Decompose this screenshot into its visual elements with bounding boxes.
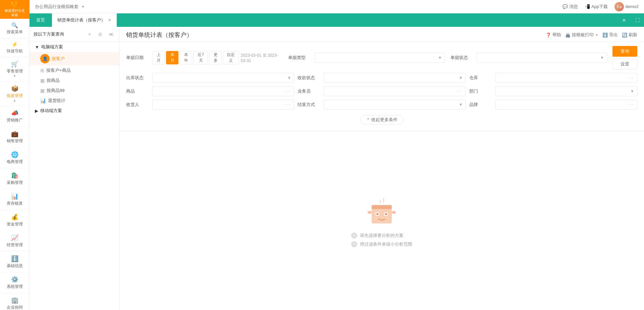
- goods-cell: 商品 ···: [126, 86, 294, 96]
- sidebar-item-operation[interactable]: 📈 经营管理: [0, 231, 29, 252]
- main-area: 办公用品行业模拟账套 ▼ 💬 消息 📲 App下载 Ea demo2 首页: [30, 0, 644, 310]
- tree-item-refund-label: 退货统计: [48, 98, 65, 104]
- tree-section-mobile[interactable]: ▶ 移动端方案: [30, 106, 119, 116]
- settlement-select[interactable]: ▼: [324, 100, 466, 110]
- quick-nav[interactable]: ⚡ 快捷导航: [0, 39, 29, 57]
- tree-item-by-goods[interactable]: ▦ 按商品: [30, 75, 119, 86]
- sidebar-item-wholesale[interactable]: 📦 批发管理 ▲: [0, 82, 29, 106]
- out-status-select[interactable]: ▼: [152, 73, 294, 83]
- date-btn-last-month[interactable]: 上月: [152, 51, 165, 64]
- brand-select[interactable]: ···: [495, 100, 637, 110]
- logo-sub: 标版: [11, 13, 18, 17]
- quick-icon: ⚡: [11, 41, 18, 48]
- arrow-icon-wholesale: ▲: [13, 99, 16, 102]
- setting-button[interactable]: 设置: [612, 59, 637, 69]
- goods99-icon: ▦: [40, 88, 45, 93]
- export-btn[interactable]: ⬇️ 导出: [602, 32, 618, 38]
- settlement-cell: 结算方式 ▼: [298, 100, 466, 110]
- tab-close-btn[interactable]: ✕: [108, 18, 111, 22]
- collapse-btn[interactable]: ⌃ 收起更多条件: [361, 115, 403, 124]
- hint-num-1: ①: [351, 232, 357, 239]
- search-label: 搜索菜单: [7, 29, 23, 35]
- tab-home[interactable]: 首页: [30, 13, 52, 27]
- app-download-btn[interactable]: 📲 App下载: [585, 4, 608, 10]
- department-chevron: ▼: [630, 89, 634, 94]
- tree-item-by-customer-goods[interactable]: ⊞ 按客户+商品: [30, 65, 119, 75]
- bill-type-select[interactable]: ▼: [314, 53, 445, 63]
- sidebar-item-finance[interactable]: 💰 资金管理: [0, 210, 29, 231]
- operation-icon: 📈: [11, 234, 18, 242]
- fullscreen-icon: ⛶: [635, 18, 640, 23]
- warehouse-cell: 仓库 ···: [469, 73, 637, 83]
- sidebar-item-purchase[interactable]: 🛍️ 采购管理: [0, 168, 29, 189]
- tree-item-by-customer[interactable]: 👤 按客户: [30, 52, 119, 65]
- collapse-panel-btn[interactable]: ≪: [107, 30, 115, 38]
- tree-item-customer-label: 按客户: [52, 56, 65, 62]
- date-btn-7days[interactable]: 近7天: [194, 51, 208, 64]
- messages-btn[interactable]: 💬 消息: [562, 4, 578, 10]
- settlement-label: 结算方式: [298, 102, 321, 108]
- sidebar-item-basic[interactable]: ℹ️ 基础信息: [0, 252, 29, 272]
- tab-fullscreen-btn[interactable]: ⛶: [631, 13, 644, 27]
- sidebar-item-retail[interactable]: 🛒 零售管理 ▼: [0, 57, 29, 82]
- left-panel-title: 按以下方案查询: [34, 31, 83, 37]
- receipt-status-label: 收款状态: [298, 75, 321, 81]
- receiver-select[interactable]: ···: [152, 100, 294, 110]
- tree-item-refund-stats[interactable]: 📊 退货统计: [30, 96, 119, 106]
- sidebar-item-system[interactable]: ⚙️ 系统管理: [0, 272, 29, 293]
- export-label: 导出: [609, 32, 618, 38]
- marketing-icon: 📣: [11, 109, 18, 117]
- export-icon: ⬇️: [602, 33, 608, 38]
- add-scheme-btn[interactable]: ＋: [86, 30, 94, 38]
- template-print-btn[interactable]: 🖨️ 按模板打印 ▼: [565, 32, 598, 38]
- tree-section-pc-label: 电脑端方案: [41, 44, 63, 50]
- tree-section-pc[interactable]: ▼ 电脑端方案: [30, 42, 119, 52]
- logo-text: 畅捷通好生意: [5, 9, 25, 13]
- sidebar-item-inventory[interactable]: 📊 库存核算: [0, 189, 29, 210]
- goods-select[interactable]: ···: [152, 86, 294, 96]
- tab-bar: 首页 销货单统计表（按客户） ✕ ✕ ⛶: [30, 13, 644, 27]
- user-profile[interactable]: Ea demo2: [614, 2, 639, 11]
- brand-dots: ···: [628, 102, 634, 108]
- query-button[interactable]: 查询: [612, 46, 637, 57]
- edit-scheme-btn[interactable]: ⊙: [96, 30, 104, 38]
- receipt-status-select[interactable]: ▼: [324, 73, 466, 83]
- sidebar-item-ecommerce[interactable]: 🌐 电商管理: [0, 148, 29, 168]
- salesman-cell: 业务员 ···: [298, 86, 466, 96]
- date-btn-this-month[interactable]: 本月: [166, 51, 178, 64]
- refresh-btn[interactable]: 🔄 刷新: [622, 32, 637, 38]
- tree-item-by-goods99[interactable]: ▦ 按商品99: [30, 86, 119, 96]
- ecommerce-icon: 🌐: [11, 151, 18, 158]
- refund-icon: 📊: [40, 98, 46, 103]
- quick-label: 快捷导航: [7, 48, 23, 54]
- date-btn-this-year[interactable]: 本年: [180, 51, 192, 64]
- search-menu[interactable]: 🔍 搜索菜单: [0, 19, 29, 39]
- download-icon: 📲: [585, 4, 590, 9]
- brand-cell: 品牌 ···: [469, 100, 637, 110]
- date-label: 单据日期: [126, 55, 150, 61]
- tab-active-sales-stats[interactable]: 销货单统计表（按客户） ✕: [52, 13, 117, 27]
- sales-icon: 💼: [11, 130, 18, 138]
- search-icon: 🔍: [11, 22, 18, 29]
- sidebar-item-marketing[interactable]: 📣 营销推广: [0, 106, 29, 127]
- industry-dropdown-icon[interactable]: ▼: [81, 5, 85, 9]
- department-select[interactable]: ▼: [495, 86, 637, 96]
- bill-status-select[interactable]: ▼: [477, 53, 607, 63]
- help-btn[interactable]: ❓ 帮助: [546, 32, 561, 38]
- badge-icon: 👤: [43, 56, 48, 61]
- date-btn-more[interactable]: 更多: [209, 51, 222, 64]
- print-dropdown-icon: ▼: [595, 33, 598, 37]
- wholesale-icon: 📦: [11, 85, 18, 92]
- basic-icon: ℹ️: [11, 255, 18, 262]
- sidebar-item-sales[interactable]: 💼 销售管理: [0, 127, 29, 148]
- hint-num-2: ②: [351, 241, 357, 247]
- salesman-select[interactable]: ···: [324, 86, 466, 96]
- tab-expand-btn[interactable]: ✕: [617, 13, 631, 27]
- empty-state: ① 请先选择要分析的方案 ② 用过滤条件来缩小分析范围: [119, 132, 644, 310]
- tree-item-customer-goods-label: 按客户+商品: [46, 67, 71, 73]
- sidebar-item-enterprise[interactable]: 🏢 企业协同: [0, 293, 29, 310]
- warehouse-select[interactable]: ···: [495, 73, 637, 83]
- date-btn-custom[interactable]: 自定义: [223, 51, 239, 64]
- salesman-dots: ···: [456, 88, 463, 94]
- filter-area: 单据日期 上月 本月 本年 近7天 更多 自定义 2023-03-01 至 20…: [119, 42, 644, 131]
